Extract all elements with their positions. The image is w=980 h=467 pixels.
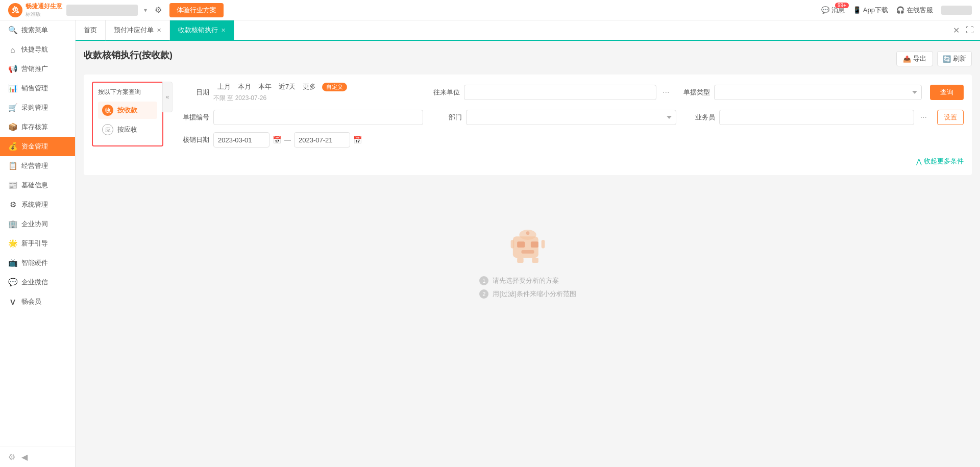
verify-date-end-calendar-icon[interactable]: 📅 <box>353 136 362 144</box>
app-download-item[interactable]: 📱 App下载 <box>853 6 888 15</box>
message-icon: 💬 <box>821 6 829 14</box>
svg-rect-4 <box>511 240 514 249</box>
dept-select[interactable] <box>466 110 676 125</box>
sidebar-item-guide[interactable]: 🌟 新手引导 <box>0 234 75 253</box>
doc-no-input[interactable] <box>213 110 423 125</box>
sidebar-item-basic-info[interactable]: 📰 基础信息 <box>0 176 75 195</box>
settings-button-wrapper: 设置 <box>937 110 964 125</box>
quick-date-7days[interactable]: 近7天 <box>277 82 298 92</box>
sidebar-item-search[interactable]: 🔍 搜索菜单 <box>0 20 75 40</box>
refresh-button[interactable]: 🔄 刷新 <box>937 51 972 66</box>
sidebar-settings-icon[interactable]: ⚙ <box>8 452 15 462</box>
quick-date-this-month[interactable]: 本月 <box>236 82 253 92</box>
top-bar: 兔 畅捷通好生意 标准版 ▾ ⚙ 体验行业方案 💬 消息 99+ 📱 App下载… <box>0 0 980 20</box>
tab-close-all-icon[interactable]: ✕ <box>951 23 962 37</box>
message-item[interactable]: 💬 消息 99+ <box>821 6 845 15</box>
sidebar-item-hardware[interactable]: 📺 智能硬件 <box>0 253 75 273</box>
staff-label: 业务员 <box>684 113 715 122</box>
doc-type-field: 单据类型 <box>679 85 922 100</box>
sidebar-item-quick-nav[interactable]: ⌂ 快捷导航 <box>0 40 75 59</box>
dept-field: 部门 <box>431 110 676 125</box>
sidebar-item-purchase[interactable]: 🛒 采购管理 <box>0 98 75 117</box>
quick-dates: 上月 本月 本年 近7天 更多 自定义 <box>215 82 347 92</box>
refresh-icon: 🔄 <box>943 55 951 63</box>
sidebar-item-system[interactable]: ⚙ 系统管理 <box>0 195 75 214</box>
online-service-label: 在线客服 <box>906 6 933 15</box>
filter-receivable-icon: 应 <box>102 124 113 135</box>
collapse-more-row: ⋀ 收起更多条件 <box>179 155 964 168</box>
verify-date-end-input[interactable] <box>294 132 350 148</box>
tab-receipt[interactable]: 收款核销执行 ✕ <box>170 20 234 40</box>
sidebar-item-funds[interactable]: 💰 资金管理 <box>0 137 75 156</box>
staff-ellipsis-icon[interactable]: ··· <box>918 113 929 122</box>
svg-point-9 <box>526 231 530 235</box>
sidebar-item-enterprise[interactable]: 🏢 企业协同 <box>0 214 75 234</box>
query-button-wrapper: 查询 <box>930 85 964 100</box>
doc-type-label: 单据类型 <box>679 88 710 97</box>
sidebar-item-wechat[interactable]: 💬 企业微信 <box>0 273 75 292</box>
sidebar-label-hardware: 智能硬件 <box>21 258 48 267</box>
sidebar-item-operations[interactable]: 📋 经营管理 <box>0 156 75 176</box>
collapse-more-button[interactable]: ⋀ 收起更多条件 <box>916 157 964 166</box>
counterpart-label: 往来单位 <box>429 88 460 97</box>
verify-date-group: 📅 — 📅 <box>213 132 362 148</box>
purchase-icon: 🛒 <box>8 103 17 112</box>
sidebar-item-inventory[interactable]: 📦 库存核算 <box>0 117 75 137</box>
tab-home[interactable]: 首页 <box>76 20 106 40</box>
query-button[interactable]: 查询 <box>930 85 964 100</box>
sidebar-label-funds: 资金管理 <box>21 142 48 151</box>
sidebar-collapse-icon[interactable]: ◀ <box>21 452 28 462</box>
page-header-right: 📤 导出 🔄 刷新 <box>896 51 972 66</box>
sidebar-item-marketing[interactable]: 📢 营销推广 <box>0 59 75 79</box>
solution-button[interactable]: 体验行业方案 <box>169 3 224 17</box>
date-field: 日期 上月 本月 本年 近7天 更多 自定义 <box>179 82 421 103</box>
empty-robot-illustration <box>502 222 553 268</box>
guide-icon: 🌟 <box>8 239 17 248</box>
quick-date-more[interactable]: 更多 <box>301 82 318 92</box>
staff-input[interactable] <box>719 110 914 125</box>
tab-prepay[interactable]: 预付冲应付单 ✕ <box>106 20 170 40</box>
inventory-icon: 📦 <box>8 122 17 132</box>
custom-tag[interactable]: 自定义 <box>322 83 347 91</box>
company-selector[interactable] <box>66 5 138 16</box>
tab-receipt-close-icon[interactable]: ✕ <box>221 27 226 34</box>
online-service-item[interactable]: 🎧 在线客服 <box>896 6 933 15</box>
sidebar-label-operations: 经营管理 <box>21 161 48 170</box>
brand-name-block: 畅捷通好生意 标准版 <box>26 2 62 18</box>
user-name[interactable] <box>941 6 972 15</box>
tab-bar-actions: ✕ ⛶ <box>951 23 980 37</box>
verify-date-start-input[interactable] <box>213 132 270 148</box>
brand-name: 畅捷通好生意 <box>26 2 62 11</box>
filter-option-receipt[interactable]: 收 按收款 <box>98 102 157 119</box>
doc-type-select[interactable] <box>714 85 922 100</box>
tab-prepay-close-icon[interactable]: ✕ <box>157 27 161 34</box>
sidebar-label-inventory: 库存核算 <box>21 122 48 132</box>
filter-receipt-icon: 收 <box>102 105 113 116</box>
filter-option-receivable[interactable]: 应 按应收 <box>98 121 157 138</box>
counterpart-ellipsis-icon[interactable]: ··· <box>660 88 671 97</box>
tab-bar: 首页 预付冲应付单 ✕ 收款核销执行 ✕ ✕ ⛶ <box>76 20 980 41</box>
chevron-down-icon[interactable]: ▾ <box>144 7 147 14</box>
filter-sidebar-title: 按以下方案查询 <box>98 88 157 96</box>
settings-button[interactable]: 设置 <box>937 110 964 125</box>
filter-sidebar: 按以下方案查询 收 按收款 应 按应收 <box>92 82 163 146</box>
sidebar-bottom: ⚙ ◀ <box>0 447 75 467</box>
sidebar-item-member[interactable]: V 畅会员 <box>0 292 75 311</box>
settings-icon[interactable]: ⚙ <box>151 3 165 17</box>
quick-date-this-year[interactable]: 本年 <box>256 82 274 92</box>
svg-rect-2 <box>531 241 538 248</box>
svg-rect-1 <box>517 241 525 248</box>
counterpart-input[interactable] <box>464 85 656 100</box>
sidebar-label-search: 搜索菜单 <box>21 26 48 35</box>
top-bar-left: 兔 畅捷通好生意 标准版 ▾ ⚙ 体验行业方案 <box>8 2 224 18</box>
sidebar-label-quick-nav: 快捷导航 <box>21 45 48 54</box>
sidebar-item-sales[interactable]: 📊 销售管理 <box>0 79 75 98</box>
top-bar-right: 💬 消息 99+ 📱 App下载 🎧 在线客服 <box>821 6 972 15</box>
filter-layout: 按以下方案查询 收 按收款 应 按应收 « <box>92 82 964 168</box>
filter-row-1: 日期 上月 本月 本年 近7天 更多 自定义 <box>179 82 964 103</box>
tab-expand-icon[interactable]: ⛶ <box>964 23 976 37</box>
quick-date-last-month[interactable]: 上月 <box>215 82 233 92</box>
export-button[interactable]: 📤 导出 <box>896 51 933 66</box>
verify-date-start-calendar-icon[interactable]: 📅 <box>273 136 281 144</box>
filter-collapse-button[interactable]: « <box>162 82 173 112</box>
